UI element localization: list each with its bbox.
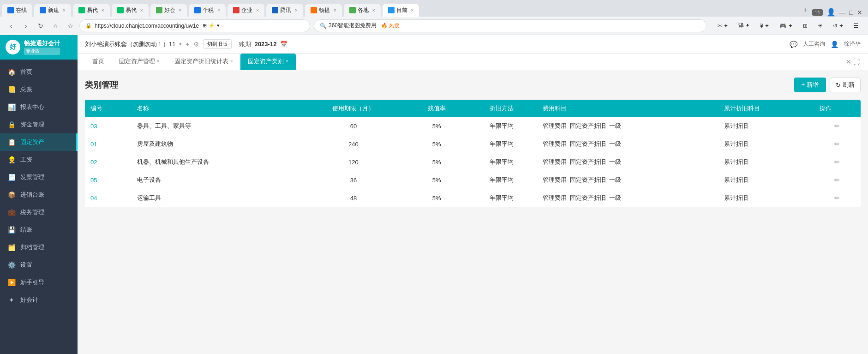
page-tab-pt2[interactable]: 固定资产管理 ×	[112, 54, 167, 70]
tab-close-icon[interactable]: ×	[217, 8, 220, 13]
sidebar-item-label: 资金管理	[20, 120, 44, 129]
page-tab-close-icon[interactable]: ×	[230, 59, 233, 64]
close-tab-btn[interactable]: ✕	[845, 57, 852, 66]
maximize-icon[interactable]: □	[850, 9, 853, 16]
edit-button[interactable]: ✏	[834, 140, 840, 148]
sidebar-item-salary[interactable]: 👷工资	[0, 151, 78, 168]
tab-close-icon[interactable]: ×	[179, 8, 182, 13]
forward-button[interactable]: ›	[20, 20, 31, 31]
sidebar-item-label: 总账	[20, 85, 32, 94]
home-button[interactable]: ⌂	[50, 20, 61, 31]
cell-code[interactable]: 03	[85, 117, 132, 135]
sidebar-item-tax[interactable]: 💼税务管理	[0, 204, 78, 221]
lightning-icon: ⚡	[209, 23, 215, 29]
edit-button[interactable]: ✏	[834, 194, 840, 202]
add-button[interactable]: + 新增	[794, 78, 826, 92]
tab-close-icon[interactable]: ×	[372, 8, 375, 13]
browser-tab-t7[interactable]: 企业×	[227, 4, 264, 17]
cell-accum_account: 累计折旧	[718, 171, 814, 189]
browser-tab-t5[interactable]: 好会×	[150, 4, 187, 17]
brightness-tool[interactable]: ☀	[814, 22, 826, 30]
tab-close-icon[interactable]: ×	[295, 8, 298, 13]
browser-tab-t10[interactable]: 各地×	[344, 4, 381, 17]
tab-close-icon[interactable]: ×	[334, 8, 336, 13]
sidebar-item-general[interactable]: 📒总账	[0, 81, 78, 98]
browser-tab-t6[interactable]: 个税×	[189, 4, 226, 17]
edit-button[interactable]: ✏	[834, 176, 840, 184]
sidebar-item-reports[interactable]: 📊报表中心	[0, 98, 78, 116]
code-link[interactable]: 01	[90, 141, 97, 148]
menu-tool[interactable]: ☰	[850, 22, 862, 30]
page-tab-close-icon[interactable]: ×	[157, 59, 160, 64]
browser-tab-t2[interactable]: 新建×	[34, 4, 71, 17]
code-link[interactable]: 04	[90, 195, 97, 202]
sidebar-item-archive[interactable]: 🗂️归档管理	[0, 239, 78, 256]
bookmark-button[interactable]: ☆	[65, 20, 76, 31]
add-company-btn[interactable]: +	[186, 41, 189, 48]
tab-close-icon[interactable]: ×	[102, 8, 104, 13]
company-dropdown-icon[interactable]: ▾	[179, 41, 182, 47]
sidebar-item-invoice[interactable]: 🧾发票管理	[0, 168, 78, 186]
cell-code[interactable]: 02	[85, 153, 132, 171]
refresh-button[interactable]: ↻ 刷新	[830, 78, 861, 92]
dropdown-icon[interactable]: ▾	[217, 23, 220, 29]
grid-tool[interactable]: ⊞	[799, 22, 811, 30]
edit-button[interactable]: ✏	[834, 122, 840, 130]
sidebar-item-settings[interactable]: ⚙️设置	[0, 256, 78, 274]
undo-tool[interactable]: ↺ ✦	[829, 22, 847, 30]
settings-gear-icon[interactable]: ⚙	[193, 41, 199, 48]
cell-method: 年限平均	[466, 135, 537, 153]
back-button[interactable]: ‹	[6, 20, 17, 31]
tab-favicon	[311, 7, 317, 13]
page-tab-close-icon[interactable]: ×	[286, 59, 288, 64]
sidebar-item-home[interactable]: 🏠首页	[0, 63, 78, 81]
tab-favicon	[117, 7, 124, 13]
profile-icon[interactable]: 👤	[826, 8, 836, 17]
translate-tool[interactable]: 译 ✦	[735, 21, 754, 30]
reload-button[interactable]: ↻	[35, 20, 46, 31]
browser-tab-t9[interactable]: 畅提×	[305, 4, 342, 17]
game-tool[interactable]: 🎮 ✦	[776, 22, 796, 30]
browser-tab-t3[interactable]: 易代×	[73, 4, 110, 17]
cell-code[interactable]: 05	[85, 171, 132, 189]
tab-close-icon[interactable]: ×	[256, 8, 259, 13]
sidebar-item-more[interactable]: ✦好会计	[0, 291, 78, 309]
browser-tab-t8[interactable]: 腾讯×	[266, 4, 303, 17]
code-link[interactable]: 03	[90, 123, 97, 130]
browser-tab-t11[interactable]: 目前×	[383, 4, 419, 17]
code-link[interactable]: 05	[90, 177, 97, 184]
table-row: 01房屋及建筑物2405%年限平均管理费用_固定资产折旧_一级累计折旧✏	[85, 135, 861, 153]
close-window-icon[interactable]: ✕	[857, 9, 862, 16]
switch-version-btn[interactable]: 切到旧版	[203, 39, 232, 49]
sidebar-item-funds[interactable]: 🔒资金管理	[0, 116, 78, 133]
page-tab-pt3[interactable]: 固定资产折旧统计表 ×	[167, 54, 240, 70]
search-bar[interactable]: 🔍 360智能抠图免费用 🔥 热搜	[314, 19, 706, 32]
edit-button[interactable]: ✏	[834, 158, 840, 166]
new-tab-button[interactable]: +	[799, 4, 812, 17]
expand-tab-btn[interactable]: ⛶	[852, 57, 861, 66]
cell-code[interactable]: 04	[85, 189, 132, 207]
code-link[interactable]: 02	[90, 159, 97, 166]
consultant-label[interactable]: 人工咨询	[803, 40, 825, 48]
currency-tool[interactable]: ¥ ✦	[756, 22, 773, 30]
page-tab-pt4[interactable]: 固定资产类别 ×	[240, 54, 296, 70]
sidebar-item-checkout[interactable]: 💾结账	[0, 221, 78, 239]
page-tab-pt1[interactable]: 首页	[85, 54, 112, 70]
content-area: 类别管理 + 新增 ↻ 刷新 编号名称使用期限（月）残值率折旧方法费用科目累计折…	[78, 70, 868, 354]
sidebar-item-guide[interactable]: ▶️新手引导	[0, 274, 78, 291]
refresh-icon: ↻	[836, 82, 841, 89]
sidebar-item-assets[interactable]: 📋固定资产	[0, 133, 78, 151]
cut-tool[interactable]: ✂ ✦	[714, 22, 732, 30]
minimize-icon[interactable]: —	[839, 9, 846, 16]
browser-tab-t1[interactable]: 在线	[2, 4, 32, 17]
sidebar-item-purchase[interactable]: 📦进销台账	[0, 186, 78, 204]
calendar-icon[interactable]: 📅	[280, 41, 287, 48]
tab-close-icon[interactable]: ×	[411, 8, 414, 13]
sidebar-item-label: 新手引导	[20, 278, 44, 287]
browser-tab-t4[interactable]: 易代×	[112, 4, 149, 17]
tab-close-icon[interactable]: ×	[63, 8, 66, 13]
home-icon: 🏠	[7, 68, 16, 76]
cell-code[interactable]: 01	[85, 135, 132, 153]
url-bar[interactable]: 🔒 https://cloud.chanjet.com/accounting/u…	[79, 19, 310, 32]
tab-close-icon[interactable]: ×	[140, 8, 143, 13]
